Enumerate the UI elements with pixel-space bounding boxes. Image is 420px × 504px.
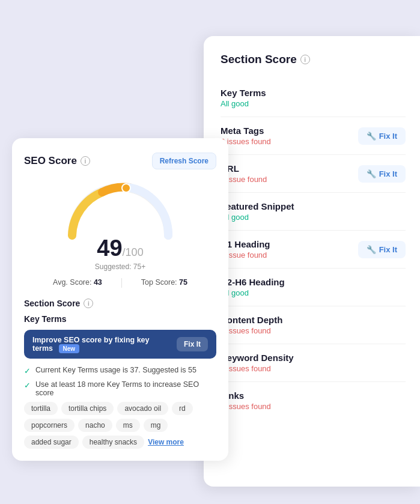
score-row-left: H2-H6 HeadingAll good <box>221 277 285 297</box>
row-title: H2-H6 Heading <box>221 277 285 287</box>
row-title: Keyword Density <box>221 353 294 363</box>
tag: healthy snacks <box>82 436 144 449</box>
score-rows-list: Key TermsAll goodMeta Tags2 issues found… <box>221 79 406 419</box>
row-status: All good <box>221 99 266 108</box>
gauge-score-text: 49/100 <box>97 235 143 261</box>
top-score-label: Top Score: 75 <box>141 278 187 288</box>
avg-score-label: Avg. Score: 43 <box>53 278 102 288</box>
row-title: Meta Tags <box>221 126 271 136</box>
tag: ms <box>116 419 140 432</box>
svg-point-0 <box>122 184 130 192</box>
score-row: H2-H6 HeadingAll good <box>221 269 406 306</box>
top-score-value: 75 <box>179 278 187 287</box>
fix-it-button[interactable]: 🔧 Fix It <box>358 241 406 258</box>
tag: avocado oil <box>117 402 168 415</box>
new-badge: New <box>59 344 80 353</box>
seo-score-title-group: SEO Score i <box>24 155 90 167</box>
improve-banner: Improve SEO score by fixing key terms Ne… <box>24 330 216 359</box>
tags-row: tortillatortilla chipsavocado oilrdpopco… <box>24 402 216 449</box>
seo-score-label: SEO Score <box>24 155 77 167</box>
section-score-info-icon[interactable]: i <box>300 55 310 64</box>
fix-it-button[interactable]: 🔧 Fix It <box>358 127 406 145</box>
left-panel: SEO Score i Refresh Score 49/100 Suggest… <box>12 138 228 461</box>
gauge-score-max: /100 <box>123 246 144 258</box>
tag: tortilla <box>24 402 58 415</box>
divider <box>121 278 122 288</box>
gauge-suggested: Suggested: 75+ <box>95 263 145 271</box>
score-row-left: Content Depth6 issues found <box>221 315 282 335</box>
tag: mg <box>144 419 168 432</box>
improve-fix-button[interactable]: Fix It <box>177 337 208 351</box>
score-row: Content Depth6 issues found <box>221 306 406 344</box>
score-row-left: Meta Tags2 issues found <box>221 126 271 146</box>
check-icon: ✓ <box>24 366 31 375</box>
score-row: URL1 issue found🔧 Fix It <box>221 155 406 193</box>
gauge-svg <box>60 175 180 241</box>
section-score-title: Section Score <box>221 53 297 66</box>
score-row: Keyword Density2 issues found <box>221 344 406 382</box>
tag: added sugar <box>24 436 79 449</box>
row-title: Key Terms <box>221 88 266 98</box>
seo-score-info-icon[interactable]: i <box>81 156 90 166</box>
improve-banner-text: Improve SEO score by fixing key terms Ne… <box>32 336 172 353</box>
avg-score-value: 43 <box>94 278 102 287</box>
row-title: Featured Snippet <box>221 201 294 211</box>
left-section-score-info-icon[interactable]: i <box>84 299 93 308</box>
row-status: All good <box>221 213 294 222</box>
score-row: H1 Heading1 issue found🔧 Fix It <box>221 231 406 269</box>
gauge-container: 49/100 Suggested: 75+ <box>24 175 216 271</box>
key-term-items-list: ✓Current Key Terms usage is 37. Suggeste… <box>24 366 216 397</box>
score-row: Key TermsAll good <box>221 79 406 117</box>
score-row-left: Keyword Density2 issues found <box>221 353 294 373</box>
row-title: Content Depth <box>221 315 282 325</box>
right-panel: Section Score i Key TermsAll goodMeta Ta… <box>204 36 420 487</box>
key-terms-label: Key Terms <box>24 314 216 324</box>
score-row: Links2 issues found <box>221 382 406 419</box>
tag: tortilla chips <box>61 402 114 415</box>
score-row-left: Featured SnippetAll good <box>221 201 294 222</box>
refresh-score-button[interactable]: Refresh Score <box>152 153 216 169</box>
row-status: 2 issues found <box>221 137 271 146</box>
section-score-heading: Section Score i <box>221 53 406 66</box>
gauge-avg-top: Avg. Score: 43 Top Score: 75 <box>24 278 216 288</box>
view-more-button[interactable]: View more <box>148 436 184 449</box>
seo-score-header: SEO Score i Refresh Score <box>24 153 216 169</box>
tag: rd <box>172 402 193 415</box>
score-row-left: Key TermsAll good <box>221 88 266 108</box>
check-icon: ✓ <box>24 381 31 390</box>
score-row: Featured SnippetAll good <box>221 193 406 231</box>
score-row: Meta Tags2 issues found🔧 Fix It <box>221 117 406 155</box>
left-section-score-label: Section Score <box>24 299 80 308</box>
gauge-score-value: 49 <box>97 235 122 261</box>
row-status: 2 issues found <box>221 364 294 373</box>
key-term-item: ✓Use at least 18 more Key Terms to incre… <box>24 380 216 397</box>
left-section-score-heading: Section Score i <box>24 299 216 308</box>
tag: popcorners <box>24 419 75 432</box>
tag: nacho <box>78 419 112 432</box>
key-term-item: ✓Current Key Terms usage is 37. Suggeste… <box>24 366 216 375</box>
row-status: All good <box>221 288 285 297</box>
fix-it-button[interactable]: 🔧 Fix It <box>358 165 406 183</box>
key-term-text: Use at least 18 more Key Terms to increa… <box>35 380 216 397</box>
row-status: 6 issues found <box>221 326 282 335</box>
key-term-text: Current Key Terms usage is 37. Suggested… <box>35 366 196 374</box>
